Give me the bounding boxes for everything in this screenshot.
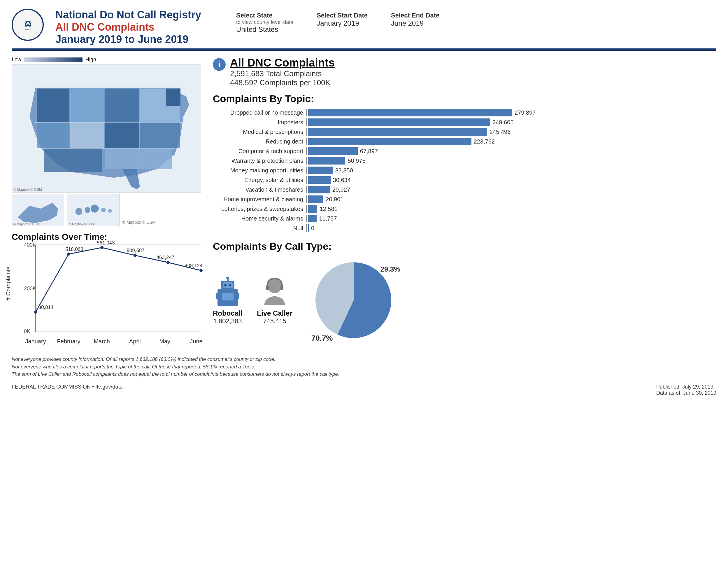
call-type-title: Complaints By Call Type: (213, 241, 716, 252)
svg-rect-15 (105, 149, 172, 169)
bar-value: 67,897 (360, 148, 378, 155)
bar-fill (308, 118, 490, 126)
svg-rect-8 (105, 89, 139, 122)
bar-label: Home improvement & cleaning (213, 196, 306, 203)
bar-fill (308, 138, 471, 145)
robocall-item: Robocall 1,802,383 (213, 277, 242, 325)
data-label-may: 463,247 (157, 255, 174, 260)
bar-label: Imposters (213, 119, 306, 126)
bar-label: Energy, solar & utilities (213, 177, 306, 183)
svg-point-31 (167, 261, 170, 264)
bar-fill (308, 205, 317, 213)
bar-row: Lotteries, prizes & sweepstakes12,581 (213, 205, 716, 213)
svg-point-23 (91, 204, 99, 213)
title-line2: All DNC Complaints (55, 21, 201, 33)
bar-row: Computer & tech support67,897 (213, 147, 716, 155)
line-chart-inner: 0K 200K 400K (35, 245, 201, 332)
bar-label: Lotteries, prizes & sweepstakes (213, 206, 306, 212)
title-line1: National Do Not Call Registry (55, 9, 201, 21)
bar-label: Dropped call or no message (213, 109, 306, 116)
bar-row: Reducing debt223,762 (213, 138, 716, 145)
svg-rect-12 (105, 122, 139, 148)
livecaller-svg-icon (262, 277, 288, 309)
bar-value: 279,897 (515, 109, 536, 116)
bar-divider (306, 195, 307, 203)
tick-200k: 200K (24, 286, 36, 292)
svg-point-25 (108, 209, 112, 213)
select-end-value[interactable]: June 2019 (391, 19, 439, 27)
svg-point-39 (229, 284, 231, 287)
bar-row: Home security & alarms11,757 (213, 215, 716, 222)
bar-fill (308, 224, 309, 232)
svg-point-21 (76, 208, 83, 215)
bar-value: 33,850 (335, 167, 353, 174)
complaints-per100k: 448,592 Complaints per 100K (230, 78, 335, 87)
bar-label: Medical & prescriptions (213, 129, 306, 135)
x-label-may: May (159, 338, 170, 345)
note-line: Not everyone provides county information… (12, 356, 716, 363)
bar-divider (306, 166, 307, 174)
footer: FEDERAL TRADE COMMISSION • ftc.gov/data … (12, 384, 716, 396)
complaints-header: i All DNC Complaints 2,591,683 Total Com… (213, 57, 716, 87)
svg-point-24 (101, 208, 106, 212)
svg-rect-11 (70, 122, 104, 148)
bar-fill (308, 215, 317, 222)
chart-area: # Complaints 0K 200K 400K (12, 245, 201, 350)
svg-point-30 (134, 254, 136, 257)
bar-divider (306, 224, 307, 232)
bar-row: Vacation & timeshares29,927 (213, 186, 716, 193)
x-label-jan: January (25, 338, 46, 345)
svg-rect-6 (37, 89, 69, 122)
bar-row: Dropped call or no message279,897 (213, 109, 716, 116)
footer-data-as-of: Data as of: June 30, 2019 (656, 390, 716, 396)
bar-label: Reducing debt (213, 138, 306, 145)
bar-fill (308, 109, 512, 116)
blue-divider (12, 48, 716, 51)
bar-value: 12,581 (320, 206, 337, 212)
svg-rect-16 (166, 89, 180, 106)
main-map[interactable]: © Mapbox © OSM (12, 64, 201, 192)
x-label-jun: June (190, 338, 202, 345)
svg-rect-40 (222, 293, 234, 301)
select-end-group: Select End Date June 2019 (391, 12, 439, 34)
y-axis-label: # Complaints (5, 266, 12, 301)
svg-rect-45 (280, 285, 283, 290)
bar-fill (308, 195, 323, 203)
note-line: Not everyone who files a complaint repor… (12, 363, 716, 371)
select-start-group: Select Start Date January 2019 (317, 12, 368, 34)
bar-label: Null (213, 225, 306, 231)
data-label-feb: 518,068 (65, 246, 83, 252)
livecaller-pct: 29.3% (380, 265, 400, 273)
sub-maps: © Mapbox © OSM © Mapbox © OSM © (12, 194, 201, 226)
bar-divider (306, 128, 307, 136)
note-line: The sum of Live Caller and Robocall comp… (12, 371, 716, 378)
map-credit-main: © Mapbox © OSM (122, 220, 156, 224)
x-label-apr: April (129, 338, 141, 345)
select-state-value[interactable]: United States (236, 25, 293, 34)
bar-row: Energy, solar & utilities30,634 (213, 176, 716, 184)
svg-point-28 (67, 252, 70, 256)
svg-text:© Mapbox © OSM: © Mapbox © OSM (69, 222, 94, 226)
svg-point-38 (224, 284, 227, 287)
legend-gradient-bar (24, 57, 83, 62)
svg-rect-14 (44, 149, 102, 172)
robocall-svg-icon (215, 277, 241, 309)
header: ⚖ FTC National Do Not Call Registry All … (12, 9, 716, 45)
x-label-feb: February (57, 338, 80, 345)
svg-rect-41 (216, 293, 218, 299)
data-label-apr: 509,587 (127, 248, 144, 253)
page-wrapper: ⚖ FTC National Do Not Call Registry All … (0, 0, 728, 563)
ftc-logo: ⚖ FTC (12, 9, 44, 41)
bar-label: Computer & tech support (213, 148, 306, 155)
svg-point-36 (226, 277, 229, 279)
tick-0k: 0K (24, 329, 30, 335)
line-chart-svg (36, 245, 201, 332)
us-map-svg: © Mapbox © OSM (12, 64, 201, 192)
x-label-mar: March (94, 338, 110, 345)
select-start-value[interactable]: January 2019 (317, 19, 368, 27)
bar-row: Warranty & protection plans50,975 (213, 157, 716, 164)
svg-rect-13 (140, 122, 180, 148)
data-label-jan: 130,814 (36, 305, 53, 311)
main-content: Low High (12, 57, 716, 350)
select-end-label: Select End Date (391, 12, 439, 19)
